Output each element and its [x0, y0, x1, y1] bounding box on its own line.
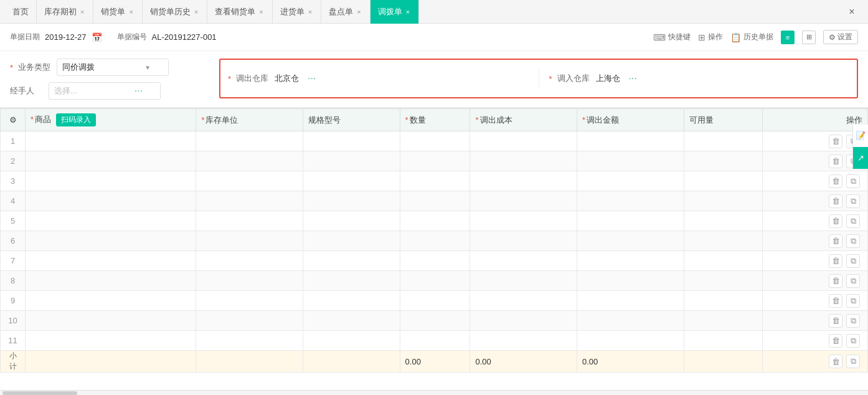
operations-button[interactable]: ⊞ 操作	[698, 32, 723, 42]
cell-available[interactable]	[684, 291, 762, 311]
cell-unit[interactable]	[196, 211, 303, 231]
delete-icon[interactable]: 🗑	[829, 274, 842, 288]
tab-inventory-init-close[interactable]: ×	[79, 8, 85, 16]
cell-amount[interactable]	[577, 131, 684, 151]
cell-product[interactable]	[26, 271, 196, 291]
calendar-icon[interactable]: 📅	[92, 32, 102, 42]
tab-view-sales-close[interactable]: ×	[258, 8, 264, 16]
horizontal-scrollbar[interactable]	[0, 390, 868, 395]
cell-amount[interactable]	[577, 151, 684, 171]
warehouse-out-more[interactable]: ···	[308, 73, 316, 84]
copy-icon[interactable]: ⧉	[846, 194, 860, 208]
layout-grid-button[interactable]: ⊞	[802, 31, 816, 44]
delete-icon[interactable]: 🗑	[829, 294, 842, 308]
tab-view-sales[interactable]: 查看销货单 ×	[207, 0, 272, 24]
cell-qty[interactable]	[400, 211, 470, 231]
cell-qty[interactable]	[400, 191, 470, 211]
cell-available[interactable]	[684, 231, 762, 251]
cell-amount[interactable]	[577, 171, 684, 191]
cell-product[interactable]	[26, 171, 196, 191]
cell-spec[interactable]	[303, 231, 400, 251]
cell-available[interactable]	[684, 191, 762, 211]
cell-product[interactable]	[26, 191, 196, 211]
cell-available[interactable]	[684, 271, 762, 291]
copy-icon[interactable]: ⧉	[846, 174, 860, 188]
delete-icon[interactable]: 🗑	[829, 194, 842, 208]
cell-amount[interactable]	[577, 271, 684, 291]
cell-available[interactable]	[684, 311, 762, 331]
cell-spec[interactable]	[303, 191, 400, 211]
cell-available[interactable]	[684, 251, 762, 271]
cell-product[interactable]	[26, 151, 196, 171]
cell-unit[interactable]	[196, 171, 303, 191]
tab-purchase[interactable]: 进货单 ×	[273, 0, 321, 24]
cell-product[interactable]	[26, 251, 196, 271]
delete-icon[interactable]: 🗑	[829, 174, 842, 188]
tab-inventory-count-close[interactable]: ×	[356, 8, 362, 16]
agent-more[interactable]: ···	[134, 85, 143, 97]
cell-unit[interactable]	[196, 331, 303, 351]
tab-inventory-init[interactable]: 库存期初 ×	[37, 0, 93, 24]
cell-product[interactable]	[26, 131, 196, 151]
cell-unit[interactable]	[196, 251, 303, 271]
cell-spec[interactable]	[303, 291, 400, 311]
shortcuts-button[interactable]: ⌨ 快捷键	[653, 32, 691, 42]
cell-qty[interactable]	[400, 311, 470, 331]
cell-amount[interactable]	[577, 291, 684, 311]
delete-icon[interactable]: 🗑	[829, 254, 842, 268]
agent-select[interactable]: 选择... ···	[49, 82, 161, 100]
subtotal-delete-icon[interactable]: 🗑	[829, 355, 842, 368]
cell-unit[interactable]	[196, 311, 303, 331]
window-close-button[interactable]: ×	[841, 1, 863, 23]
right-panel-expand-button[interactable]: ↗	[853, 147, 868, 169]
cell-unit[interactable]	[196, 271, 303, 291]
cell-cost[interactable]	[470, 211, 577, 231]
cell-qty[interactable]	[400, 291, 470, 311]
copy-icon[interactable]: ⧉	[846, 314, 860, 328]
right-panel-notes-button[interactable]: 📝	[853, 125, 868, 147]
th-settings[interactable]: ⚙	[1, 109, 26, 131]
tab-sales-order[interactable]: 销货单 ×	[93, 0, 142, 24]
tab-transfer[interactable]: 调拨单 ×	[370, 0, 419, 24]
cell-spec[interactable]	[303, 211, 400, 231]
cell-amount[interactable]	[577, 331, 684, 351]
cell-cost[interactable]	[470, 151, 577, 171]
warehouse-in-more[interactable]: ···	[629, 73, 637, 84]
business-type-select[interactable]: 同价调拨 ▼	[57, 59, 169, 76]
delete-icon[interactable]: 🗑	[829, 334, 842, 348]
cell-available[interactable]	[684, 211, 762, 231]
cell-product[interactable]	[26, 211, 196, 231]
scrollbar-thumb[interactable]	[2, 391, 77, 395]
cell-product[interactable]	[26, 231, 196, 251]
cell-cost[interactable]	[470, 251, 577, 271]
copy-icon[interactable]: ⧉	[846, 334, 860, 348]
copy-icon[interactable]: ⧉	[846, 254, 860, 268]
cell-available[interactable]	[684, 151, 762, 171]
cell-qty[interactable]	[400, 151, 470, 171]
cell-unit[interactable]	[196, 291, 303, 311]
scan-button[interactable]: 扫码录入	[56, 113, 96, 126]
cell-amount[interactable]	[577, 191, 684, 211]
cell-spec[interactable]	[303, 171, 400, 191]
delete-icon[interactable]: 🗑	[829, 234, 842, 248]
tab-sales-history[interactable]: 销货单历史 ×	[143, 0, 207, 24]
layout-list-button[interactable]: ≡	[781, 31, 795, 44]
delete-icon[interactable]: 🗑	[829, 214, 842, 228]
delete-icon[interactable]: 🗑	[829, 314, 842, 328]
copy-icon[interactable]: ⧉	[846, 274, 860, 288]
tab-purchase-close[interactable]: ×	[307, 8, 313, 16]
cell-spec[interactable]	[303, 131, 400, 151]
cell-qty[interactable]	[400, 331, 470, 351]
subtotal-copy-icon[interactable]: ⧉	[846, 355, 860, 368]
cell-qty[interactable]	[400, 251, 470, 271]
cell-cost[interactable]	[470, 191, 577, 211]
cell-spec[interactable]	[303, 251, 400, 271]
cell-cost[interactable]	[470, 131, 577, 151]
cell-amount[interactable]	[577, 311, 684, 331]
cell-unit[interactable]	[196, 191, 303, 211]
cell-spec[interactable]	[303, 311, 400, 331]
history-button[interactable]: 📋 历史单据	[730, 32, 773, 42]
cell-cost[interactable]	[470, 331, 577, 351]
delete-icon[interactable]: 🗑	[829, 135, 842, 148]
tab-inventory-count[interactable]: 盘点单 ×	[321, 0, 370, 24]
